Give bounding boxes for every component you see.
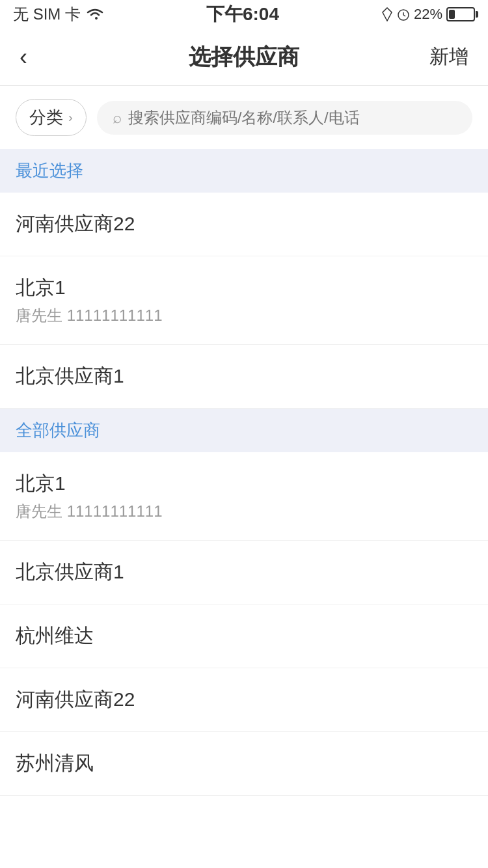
wifi-icon (86, 8, 104, 21)
list-item[interactable]: 北京供应商1 (0, 345, 488, 409)
item-name: 苏州清风 (16, 750, 472, 777)
list-item[interactable]: 北京1唐先生 11111111111 (0, 256, 488, 345)
item-name: 北京1 (16, 470, 472, 497)
search-icon: ⌕ (113, 109, 122, 127)
status-bar: 无 SIM 卡 下午6:04 22% (0, 0, 488, 29)
list-item[interactable]: 苏州清风 (0, 732, 488, 796)
item-sub: 唐先生 11111111111 (16, 501, 472, 522)
filter-bar: 分类 › ⌕ (0, 86, 488, 149)
item-name: 河南供应商22 (16, 211, 472, 237)
add-button[interactable]: 新增 (429, 44, 468, 70)
status-right: 22% (381, 6, 475, 23)
item-sub: 唐先生 11111111111 (16, 305, 472, 326)
item-name: 北京供应商1 (16, 559, 472, 586)
item-name: 北京1 (16, 275, 472, 301)
page-title: 选择供应商 (189, 42, 299, 72)
status-time: 下午6:04 (206, 2, 279, 27)
list-item[interactable]: 河南供应商22 (0, 668, 488, 732)
list-item[interactable]: 北京1唐先生 11111111111 (0, 452, 488, 541)
battery-percent: 22% (414, 6, 442, 23)
sections-container: 最近选择河南供应商22北京1唐先生 11111111111北京供应商1全部供应商… (0, 149, 488, 796)
back-button[interactable]: ‹ (20, 44, 59, 71)
no-sim-text: 无 SIM 卡 (13, 4, 81, 25)
category-button[interactable]: 分类 › (16, 99, 87, 136)
item-name: 河南供应商22 (16, 686, 472, 713)
section-header-all: 全部供应商 (0, 409, 488, 452)
status-left: 无 SIM 卡 (13, 4, 104, 25)
location-icon (381, 7, 393, 21)
item-name: 杭州维达 (16, 623, 472, 649)
battery-icon (446, 7, 475, 21)
alarm-icon (397, 7, 410, 21)
section-header-recent: 最近选择 (0, 149, 488, 193)
list-item[interactable]: 河南供应商22 (0, 193, 488, 256)
list-item[interactable]: 杭州维达 (0, 604, 488, 668)
list-item[interactable]: 北京供应商1 (0, 541, 488, 604)
search-input[interactable] (128, 109, 457, 127)
category-label: 分类 (29, 106, 63, 129)
svg-line-2 (403, 15, 405, 16)
search-box: ⌕ (97, 101, 472, 135)
chevron-right-icon: › (68, 110, 73, 125)
nav-bar: ‹ 选择供应商 新增 (0, 29, 488, 86)
item-name: 北京供应商1 (16, 363, 472, 390)
